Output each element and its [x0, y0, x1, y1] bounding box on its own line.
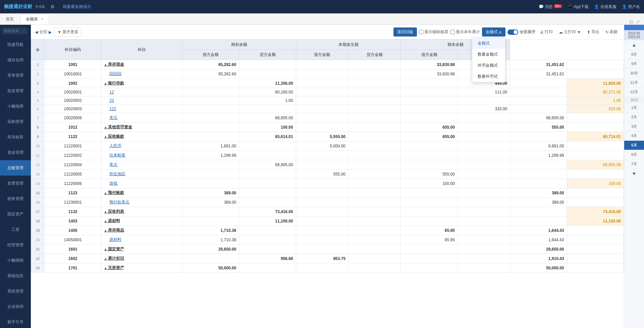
refresh-button[interactable]: ↻ 刷新 — [603, 28, 620, 36]
view-mode-button[interactable]: 金额式 ∧ — [482, 27, 505, 37]
sidebar-search-area — [0, 25, 31, 37]
row-num: 12 — [31, 160, 45, 170]
table-settings-header[interactable]: ⚙ — [31, 40, 45, 60]
month-item[interactable]: 9月 — [624, 59, 644, 69]
show-ytd-checkbox[interactable]: 显示本年累计 — [450, 29, 480, 35]
month-item[interactable]: 12月 — [624, 87, 644, 97]
month-nav-arrow[interactable]: ▲ — [624, 40, 644, 50]
tab-fullscreen-icon[interactable]: ⤢ — [636, 19, 640, 24]
sidebar-item-经营管理[interactable]: 经营管理 — [0, 237, 31, 253]
user-avatar[interactable]: 👤 用户名 — [622, 4, 640, 10]
table-cell — [458, 245, 510, 254]
app-download[interactable]: 📱 App下载 — [568, 4, 589, 10]
table-cell — [182, 113, 239, 123]
settings-icon[interactable]: ⚙ — [50, 4, 55, 9]
row-name[interactable]: ▲ 原材料 — [101, 216, 182, 226]
row-name[interactable]: 回回回 — [101, 69, 182, 79]
sidebar-item-批发管理[interactable]: 批发管理 — [0, 83, 31, 99]
month-nav-arrow[interactable]: ▼ — [624, 169, 644, 179]
sidebar-item-固定资产[interactable]: 固定资产 — [0, 206, 31, 222]
row-name[interactable]: ▲ 固定资产 — [101, 245, 182, 254]
sidebar-item-小畅电商[interactable]: 小畅电商 — [0, 99, 31, 114]
month-item-active[interactable]: 5月 — [624, 141, 644, 150]
table-cell — [348, 254, 401, 263]
row-name[interactable]: ▲ 累计折旧 — [101, 254, 182, 263]
month-item[interactable]: 1月 — [624, 103, 644, 113]
month-item[interactable]: 8月 — [624, 50, 644, 59]
expand-more-button[interactable]: ▼ 展开更多 — [54, 27, 82, 37]
month-item[interactable]: 2月 — [624, 113, 644, 122]
expand-all-toggle[interactable] — [507, 29, 518, 35]
month-item[interactable]: 10月 — [624, 69, 644, 78]
table-cell — [458, 170, 510, 179]
row-name[interactable]: 所在地区 — [101, 170, 182, 179]
sidebar-item-系统管理[interactable]: 系统管理 — [0, 283, 31, 299]
print-button[interactable]: 🖨 打印 — [538, 28, 555, 36]
tab-close-icon[interactable]: × — [41, 17, 43, 21]
row-name[interactable]: 游戏 — [101, 179, 182, 188]
breadcrumb-arrow[interactable]: ◀ — [35, 30, 38, 35]
cloud-print-button[interactable]: ☁ 云打印 ▼ — [557, 28, 583, 36]
month-item[interactable]: 3月 — [624, 122, 644, 131]
sidebar-item-发票管理[interactable]: 发票管理 — [0, 176, 31, 191]
dropdown-item-数量金额式[interactable]: 数量金额式 — [472, 49, 505, 60]
table-cell — [296, 113, 348, 123]
row-name[interactable]: ▲ 其他货币资金 — [101, 123, 182, 132]
row-name[interactable]: ▲ 应收利息 — [101, 207, 182, 216]
month-item[interactable]: 11月 — [624, 78, 644, 87]
dropdown-item-数量外币式[interactable]: 数量外币式 — [472, 71, 505, 82]
sidebar-item-基础信息[interactable]: 基础信息 — [0, 268, 31, 283]
row-name[interactable]: 原材料 — [101, 235, 182, 245]
table-cell: 50,000.00 — [182, 263, 239, 273]
table-row: 1611230001预付款美元389.00389.00 — [31, 198, 624, 207]
month-item[interactable]: 6月 — [624, 150, 644, 159]
sidebar-item-小畅报销[interactable]: 小畅报销 — [0, 253, 31, 268]
row-name[interactable]: 122 — [101, 105, 182, 113]
export-button[interactable]: ⬆ 导出 — [585, 28, 601, 36]
sidebar-item-新手引导[interactable]: 新手引导 — [0, 314, 31, 328]
dropdown-item-外币金额式[interactable]: 外币金额式 — [472, 60, 505, 71]
sidebar-item-库存核算[interactable]: 库存核算 — [0, 129, 31, 145]
back-period-button[interactable]: 退回旧版 — [393, 27, 417, 37]
row-name[interactable]: ▲ 库存现金 — [101, 60, 182, 69]
sidebar-item-税务管理[interactable]: 税务管理 — [0, 191, 31, 206]
row-name[interactable]: 23 — [101, 96, 182, 105]
row-name[interactable]: 美元 — [101, 113, 182, 123]
tab-balance-sheet[interactable]: 余额表 × — [20, 14, 49, 24]
app-logo: 畅捷通好业财 — [4, 4, 32, 10]
row-name[interactable]: 美元 — [101, 160, 182, 170]
month-item[interactable]: 7月 — [624, 159, 644, 169]
row-name[interactable]: 预付款美元 — [101, 198, 182, 207]
tab-restore-icon[interactable]: ⊡ — [629, 19, 633, 24]
sidebar-item-快捷导航[interactable]: 快捷导航 — [0, 37, 31, 52]
tab-home[interactable]: 首页 — [0, 14, 19, 24]
sidebar-item-采购管理[interactable]: 采购管理 — [0, 114, 31, 129]
sidebar-item-零售管理[interactable]: 零售管理 — [0, 68, 31, 83]
month-item[interactable]: 4月 — [624, 131, 644, 141]
row-name[interactable]: ▲ 库存商品 — [101, 226, 182, 235]
table-cell — [510, 132, 567, 141]
row-name[interactable]: ▲ 银行存款 — [101, 79, 182, 88]
row-name[interactable]: ▲ 应收账款 — [101, 132, 182, 141]
table-cell: 1,299.99 — [182, 151, 239, 160]
sidebar-item-总账管理[interactable]: 总账管理 — [0, 160, 31, 176]
sidebar-item-资金管理[interactable]: 资金管理 — [0, 145, 31, 160]
show-aux-checkbox[interactable]: 显示辅助核算 — [419, 29, 448, 35]
row-name[interactable]: 往来标签 — [101, 151, 182, 160]
year-label: 2023 — [624, 97, 644, 103]
demo-link[interactable]: 我要看实例演示 — [63, 4, 91, 10]
row-name[interactable]: 人民币 — [101, 141, 182, 151]
search-input[interactable] — [2, 27, 28, 34]
sidebar-item-企业协同[interactable]: 企业协同 — [0, 299, 31, 314]
message-icon[interactable]: 💬 消息 99+ — [539, 4, 562, 10]
row-name[interactable]: ▲ 无形资产 — [101, 263, 182, 273]
breadcrumb-forward-icon[interactable]: ▶ — [49, 30, 52, 35]
table-cell: 389.00 — [510, 198, 567, 207]
period-select-title[interactable]: 期间选择 — [624, 25, 644, 30]
online-service[interactable]: 👤 在线客服 — [594, 4, 616, 10]
dropdown-item-金额式[interactable]: 金额式 — [472, 38, 505, 49]
sidebar-item-项目合同[interactable]: 项目合同 — [0, 52, 31, 68]
sidebar-item-工资[interactable]: 工资 — [0, 222, 31, 237]
row-name[interactable]: 12 — [101, 88, 182, 96]
row-name[interactable]: ▲ 预付账款 — [101, 188, 182, 198]
